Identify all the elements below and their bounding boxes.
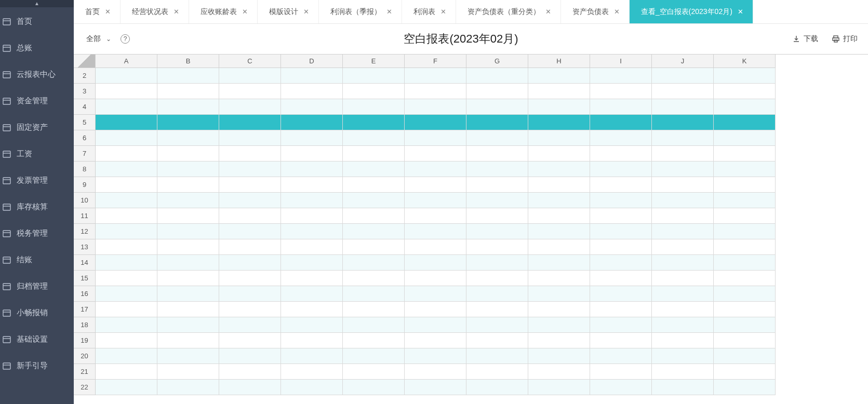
cell[interactable] <box>714 161 776 177</box>
cell[interactable] <box>590 115 652 130</box>
cell[interactable] <box>405 271 466 286</box>
cell[interactable] <box>528 130 590 146</box>
cell[interactable] <box>714 271 776 286</box>
row-header[interactable]: 5 <box>74 115 96 130</box>
row-header[interactable]: 8 <box>74 161 96 177</box>
cell[interactable] <box>405 348 466 364</box>
cell[interactable] <box>528 271 590 286</box>
column-header[interactable]: G <box>466 55 528 68</box>
tab[interactable]: 利润表（季报）✕ <box>319 0 402 23</box>
cell[interactable] <box>405 224 466 239</box>
cell[interactable] <box>219 239 281 255</box>
sidebar-item-ledger[interactable]: 总账 <box>0 35 74 61</box>
close-icon[interactable]: ✕ <box>173 8 179 16</box>
cell[interactable] <box>652 364 714 380</box>
cell[interactable] <box>652 177 714 193</box>
cell[interactable] <box>590 364 652 380</box>
cell[interactable] <box>96 286 157 302</box>
row-header[interactable]: 9 <box>74 177 96 193</box>
sidebar-item-close[interactable]: 结账 <box>0 247 74 273</box>
cell[interactable] <box>528 84 590 99</box>
cell[interactable] <box>652 317 714 333</box>
cell[interactable] <box>219 224 281 239</box>
cell[interactable] <box>590 130 652 146</box>
cell[interactable] <box>590 380 652 395</box>
cell[interactable] <box>528 193 590 208</box>
cell[interactable] <box>405 115 466 130</box>
column-header[interactable]: F <box>405 55 466 68</box>
cell[interactable] <box>528 317 590 333</box>
cell[interactable] <box>466 364 528 380</box>
cell[interactable] <box>528 224 590 239</box>
cell[interactable] <box>219 208 281 224</box>
cell[interactable] <box>96 255 157 271</box>
cell[interactable] <box>714 380 776 395</box>
cell[interactable] <box>281 255 343 271</box>
cell[interactable] <box>281 380 343 395</box>
cell[interactable] <box>652 146 714 161</box>
cell[interactable] <box>466 146 528 161</box>
row-header[interactable]: 16 <box>74 286 96 302</box>
cell[interactable] <box>714 177 776 193</box>
cell[interactable] <box>96 161 157 177</box>
cell[interactable] <box>157 115 219 130</box>
cell[interactable] <box>466 271 528 286</box>
cell[interactable] <box>528 255 590 271</box>
cell[interactable] <box>343 380 405 395</box>
cell[interactable] <box>714 224 776 239</box>
cell[interactable] <box>405 130 466 146</box>
cell[interactable] <box>652 286 714 302</box>
column-header[interactable]: C <box>219 55 281 68</box>
cell[interactable] <box>590 146 652 161</box>
cell[interactable] <box>652 130 714 146</box>
cell[interactable] <box>714 208 776 224</box>
tab[interactable]: 经营状况表✕ <box>121 0 189 23</box>
cell[interactable] <box>343 239 405 255</box>
cell[interactable] <box>219 317 281 333</box>
cell[interactable] <box>714 146 776 161</box>
cell[interactable] <box>590 161 652 177</box>
cell[interactable] <box>157 68 219 84</box>
column-header[interactable]: E <box>343 55 405 68</box>
cell[interactable] <box>405 255 466 271</box>
cell[interactable] <box>281 161 343 177</box>
cell[interactable] <box>96 99 157 115</box>
cell[interactable] <box>281 333 343 348</box>
cell[interactable] <box>157 208 219 224</box>
row-header[interactable]: 17 <box>74 302 96 317</box>
cell[interactable] <box>343 84 405 99</box>
cell[interactable] <box>343 161 405 177</box>
cell[interactable] <box>466 286 528 302</box>
cell[interactable] <box>714 239 776 255</box>
cell[interactable] <box>343 208 405 224</box>
row-header[interactable]: 15 <box>74 271 96 286</box>
cell[interactable] <box>714 317 776 333</box>
tab[interactable]: 资产负债表✕ <box>561 0 630 23</box>
cell[interactable] <box>590 84 652 99</box>
cell[interactable] <box>652 333 714 348</box>
row-header[interactable]: 4 <box>74 99 96 115</box>
sidebar-item-report[interactable]: 云报表中心 <box>0 61 74 88</box>
column-header[interactable]: A <box>96 55 157 68</box>
cell[interactable] <box>466 333 528 348</box>
cell[interactable] <box>405 364 466 380</box>
cell[interactable] <box>281 271 343 286</box>
cell[interactable] <box>590 271 652 286</box>
cell[interactable] <box>590 255 652 271</box>
cell[interactable] <box>466 68 528 84</box>
cell[interactable] <box>96 224 157 239</box>
cell[interactable] <box>219 84 281 99</box>
sidebar-item-salary[interactable]: 工资 <box>0 141 74 167</box>
cell[interactable] <box>466 302 528 317</box>
cell[interactable] <box>96 130 157 146</box>
column-header[interactable]: K <box>714 55 776 68</box>
cell[interactable] <box>343 193 405 208</box>
cell[interactable] <box>343 99 405 115</box>
cell[interactable] <box>528 286 590 302</box>
cell[interactable] <box>157 146 219 161</box>
cell[interactable] <box>652 84 714 99</box>
cell[interactable] <box>405 99 466 115</box>
cell[interactable] <box>219 146 281 161</box>
cell[interactable] <box>652 208 714 224</box>
cell[interactable] <box>343 255 405 271</box>
